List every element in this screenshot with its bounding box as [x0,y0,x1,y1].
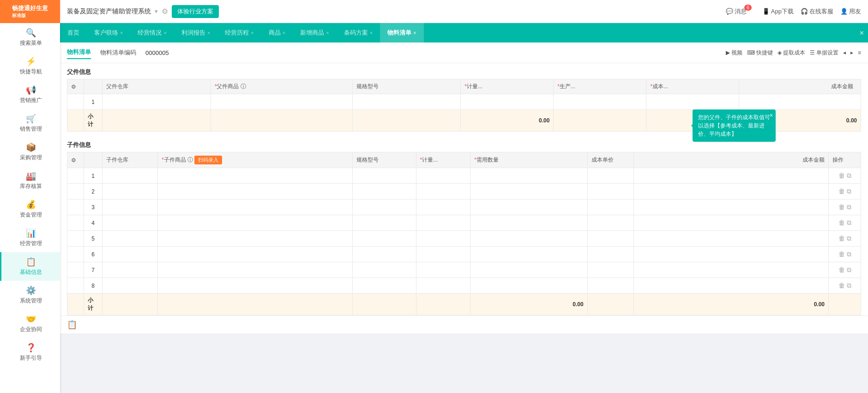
copy-icon[interactable]: ⧉ [847,219,851,227]
delete-icon[interactable]: 🗑 [838,187,845,195]
close-new-goods-tab[interactable]: × [326,30,329,36]
tab-business[interactable]: 经营情况 × [130,23,174,42]
sidebar-item-search[interactable]: 🔍 搜索菜单 [0,23,60,52]
child-row-1: 1 🗑⧉ [67,168,861,184]
inventory-icon: 🏭 [26,171,36,181]
child-row-6: 6 🗑⧉ [67,247,861,262]
sidebar-item-sales[interactable]: 🛒 销售管理 [0,109,60,138]
scan-button[interactable]: 扫码录入 [194,156,222,164]
message-button[interactable]: 💬 消息 6 [726,7,755,16]
child-col-goods: *子件商品 ⓘ 扫码录入 [158,152,353,168]
parent-row-goods[interactable] [211,94,352,110]
parent-col-production: *生产... [554,79,646,94]
copy-icon[interactable]: ⧉ [847,203,851,211]
tooltip-text: 您的父件、子件的成本取值可以选择【参考成本、最新进价、平均成本】 [698,114,770,137]
close-all-tabs[interactable]: ✕ [856,30,868,36]
tooltip-box: × 您的父件、子件的成本取值可以选择【参考成本、最新进价、平均成本】 [693,109,776,142]
tab-new-goods[interactable]: 新增商品 × [293,23,336,42]
close-bom-tab[interactable]: × [413,30,416,36]
nav-next[interactable]: ▸ [850,49,853,56]
sidebar-item-operations[interactable]: 📊 经营管理 [0,224,60,252]
sub-tab-bom[interactable]: 物料清单 [67,46,91,59]
delete-icon[interactable]: 🗑 [838,219,845,227]
marketing-icon: 📢 [26,85,36,95]
child-section: 子件信息 ⚙ 子件仓库 *子件商品 ⓘ 扫码录入 规格型号 *计量... *需用… [60,136,868,315]
sidebar-item-basic-info[interactable]: 📋 基础信息 [0,252,60,281]
view-action[interactable]: ▶ 视频 [726,49,742,57]
tab-goods[interactable]: 商品 × [261,23,293,42]
sidebar-item-finance[interactable]: 💰 资金管理 [0,195,60,224]
app-download-button[interactable]: 📱 App下载 [762,7,794,16]
close-profit-tab[interactable]: × [207,30,210,36]
close-barcode-tab[interactable]: × [370,30,373,36]
dropdown-arrow-icon[interactable]: ▾ [155,8,158,15]
close-goods-tab[interactable]: × [283,30,285,36]
grid-view-icon[interactable]: ≡ [858,49,861,56]
child-col-warehouse: 子件仓库 [102,152,158,168]
child-section-title: 子件信息 [67,141,861,149]
child-row-4: 4 🗑⧉ [67,215,861,231]
online-service-button[interactable]: 🎧 在线客服 [801,7,833,16]
sub-tab-bom-code[interactable]: 物料清单编码 [100,47,136,59]
parent-row-warehouse[interactable] [102,94,211,110]
sidebar-item-quick-nav[interactable]: ⚡ 快捷导航 [0,52,60,80]
purchase-icon: 📦 [26,142,36,152]
trial-button[interactable]: 体验行业方案 [172,5,219,18]
copy-icon[interactable]: ⧉ [847,250,851,258]
basic-info-icon: 📋 [26,257,36,267]
parent-row-production[interactable] [554,94,646,110]
sidebar-item-guide[interactable]: ❓ 新手引导 [0,338,60,367]
delete-icon[interactable]: 🗑 [838,172,845,180]
tab-barcode[interactable]: 条码方案 × [337,23,380,42]
parent-col-num [84,79,102,94]
nav-tabs: 首页 客户联络 × 经营情况 × 利润报告 × 经营历程 × 商品 × 新增商品… [60,23,868,42]
sub-header-actions: ▶ 视频 ⌨ 快捷键 ◈ 提取成本 ☰ 单据设置 ◂ [726,49,861,57]
sidebar-item-marketing[interactable]: 📢 营销推广 [0,80,60,109]
child-col-num [84,152,102,168]
copy-icon[interactable]: ⧉ [847,172,851,180]
sidebar-item-purchase[interactable]: 📦 采购管理 [0,138,60,166]
copy-icon[interactable]: ⧉ [847,235,851,242]
delete-icon[interactable]: 🗑 [838,282,845,290]
message-badge: 6 [744,5,752,11]
tab-home[interactable]: 首页 [60,23,87,42]
delete-icon[interactable]: 🗑 [838,203,845,211]
child-table: ⚙ 子件仓库 *子件商品 ⓘ 扫码录入 规格型号 *计量... *需用数量 成本… [67,152,861,315]
close-history-tab[interactable]: × [251,30,253,36]
tooltip-close[interactable]: × [770,111,773,120]
tab-profit[interactable]: 利润报告 × [174,23,217,42]
nav-prev[interactable]: ◂ [843,49,846,56]
shortcut-action[interactable]: ⌨ 快捷键 [747,49,773,57]
cost-icon: ◈ [778,49,782,56]
copy-icon[interactable]: ⧉ [847,282,851,290]
delete-icon[interactable]: 🗑 [838,235,845,242]
tab-bom[interactable]: 物料清单 × [380,23,423,42]
tab-history[interactable]: 经营历程 × [217,23,261,42]
copy-icon[interactable]: ⧉ [847,187,851,195]
copy-icon[interactable]: ⧉ [847,266,851,274]
headset-icon: 🎧 [801,8,808,15]
parent-row-unit[interactable] [461,94,554,110]
parent-row-spec[interactable] [352,94,461,110]
close-business-tab[interactable]: × [163,30,166,36]
parent-row-cost[interactable] [646,94,739,110]
sales-icon: 🛒 [26,114,36,124]
parent-col-spec: 规格型号 [352,79,461,94]
close-customer-tab[interactable]: × [120,30,123,36]
sidebar-item-system[interactable]: ⚙️ 系统管理 [0,281,60,309]
parent-col-unit: *计量... [461,79,554,94]
bottom-bar: 📋 [60,315,868,333]
sidebar-item-enterprise[interactable]: 🤝 企业协同 [0,309,60,338]
sidebar-item-inventory[interactable]: 🏭 库存核算 [0,166,60,195]
delete-icon[interactable]: 🗑 [838,266,845,274]
single-settings-action[interactable]: ☰ 单据设置 [810,49,838,57]
tab-customer[interactable]: 客户联络 × [87,23,130,42]
settings-icon[interactable]: ⚙ [162,7,168,16]
user-avatar[interactable]: 👤 用友 [840,7,861,16]
system-icon: ⚙️ [26,285,36,296]
child-subtotal-row: 小计 0.00 0.00 [67,294,861,315]
parent-row-num: 1 [84,94,102,110]
delete-icon[interactable]: 🗑 [838,250,845,258]
get-cost-action[interactable]: ◈ 提取成本 [778,49,805,57]
main-area: 装备及固定资产辅助管理系统 ▾ ⚙ 体验行业方案 💬 消息 6 📱 App下载 … [60,0,868,393]
